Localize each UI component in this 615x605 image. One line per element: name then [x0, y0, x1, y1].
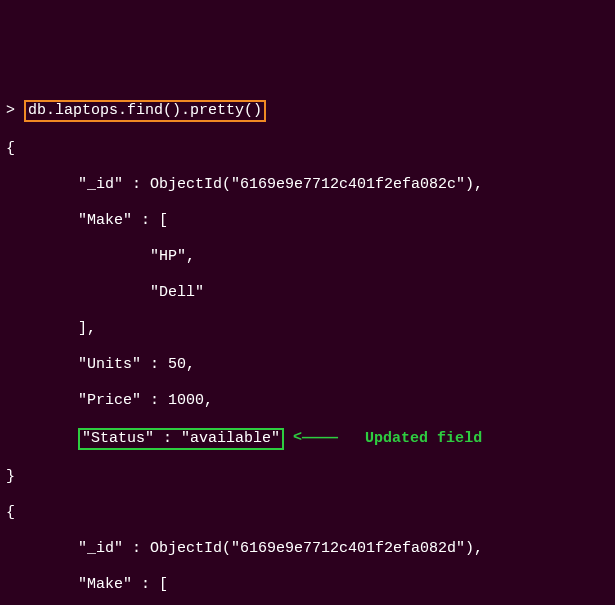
doc0-id: "_id" : ObjectId("6169e9e7712c401f2efa08… [6, 176, 609, 194]
status-highlight: "Status" : "available" [78, 428, 284, 450]
doc0-make-open: "Make" : [ [6, 212, 609, 230]
doc0-price: "Price" : 1000, [6, 392, 609, 410]
doc1-make-open: "Make" : [ [6, 576, 609, 594]
prompt-char: > [6, 102, 15, 119]
brace-open: { [6, 140, 609, 158]
command-highlight: db.laptops.find().pretty() [24, 100, 266, 122]
doc0-units: "Units" : 50, [6, 356, 609, 374]
doc1-id: "_id" : ObjectId("6169e9e7712c401f2efa08… [6, 540, 609, 558]
brace-open: { [6, 504, 609, 522]
terminal-output: > db.laptops.find().pretty() { "_id" : O… [6, 82, 609, 605]
doc0-make-close: ], [6, 320, 609, 338]
doc0-status-line: "Status" : "available" <———— Updated fie… [6, 428, 609, 450]
arrow-icon: <———— [293, 429, 338, 447]
command-line: > db.laptops.find().pretty() [6, 100, 609, 122]
list-item: "Dell" [6, 284, 609, 302]
list-item: "HP", [6, 248, 609, 266]
status-pad [6, 430, 78, 447]
brace-close: } [6, 468, 609, 486]
annotation-label: Updated field [365, 430, 482, 447]
